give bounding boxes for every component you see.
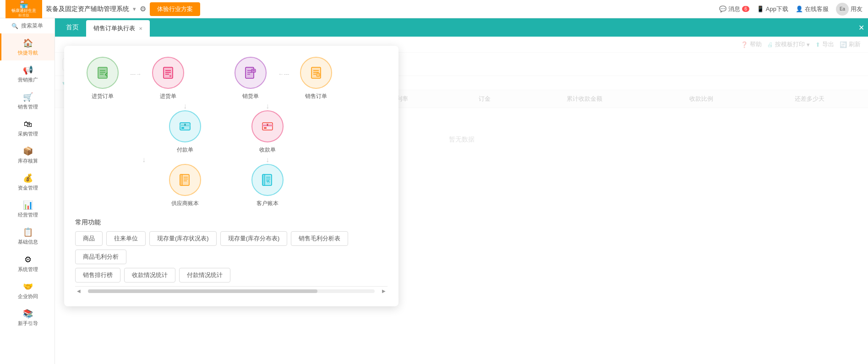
quick-nav-label: 快捷导航: [18, 50, 38, 56]
main-layout: 🔍 搜索菜单 🏠 快捷导航 📢 营销推广 🛒 销售管理 🛍: [0, 18, 868, 364]
function-buttons-row-2: 销售排行榜 收款情况统计 付款情况统计: [75, 268, 388, 283]
tab-close-icon[interactable]: ✕: [139, 26, 142, 31]
supplier-ledger-label: 供应商账本: [171, 200, 199, 207]
message-button[interactable]: 💬 消息 6: [719, 5, 749, 13]
flow-node-supplier-ledger[interactable]: 供应商账本: [158, 164, 213, 207]
search-menu[interactable]: 🔍 搜索菜单: [0, 18, 55, 33]
quick-nav-icon: 🏠: [23, 38, 33, 48]
download-icon: 📱: [757, 5, 764, 12]
svg-text:¥: ¥: [267, 123, 268, 126]
svg-rect-25: [264, 127, 267, 129]
common-functions-title: 常用功能: [75, 218, 388, 227]
flow-node-purchase-order[interactable]: 进货订单: [75, 57, 130, 100]
func-btn-sale-profit[interactable]: 销售毛利分析表: [291, 231, 348, 246]
settings-icon[interactable]: ⚙: [140, 5, 146, 13]
function-buttons-row-1: 商品 往来单位 现存量(库存状况表) 现存量(库存分布表) 销售毛利分析表 商品…: [75, 231, 388, 264]
func-btn-receipt-stat[interactable]: 收款情况统计: [124, 268, 175, 283]
down-arrow-sb-icon: ↓: [266, 102, 269, 110]
newbie-icon: 📚: [23, 309, 33, 319]
modal: 进货订单 - - - →: [64, 46, 399, 306]
sales-icon: 🛒: [23, 92, 33, 102]
tab-close-all[interactable]: ✕: [858, 23, 864, 32]
tab-label: 销售订单执行表: [93, 24, 135, 33]
search-menu-label: 搜索菜单: [21, 22, 43, 30]
down-arrow-rec-pos: ↓: [240, 156, 295, 164]
down-arrows-row: ↓ ↓: [75, 102, 388, 110]
sidebar-item-inventory[interactable]: 📦 库存核算: [0, 141, 55, 168]
flow-node-sale-bill[interactable]: 销货单: [223, 57, 278, 100]
system-icon: ⚙: [24, 255, 32, 265]
operations-icon: 📊: [23, 200, 33, 210]
scroll-right-arrow[interactable]: ▶: [380, 288, 388, 293]
enterprise-icon: 🤝: [23, 282, 33, 292]
tab-home[interactable]: 首页: [59, 18, 86, 37]
payment-circle: ¥: [169, 110, 201, 142]
svg-rect-28: [180, 174, 182, 185]
scroll-left-arrow[interactable]: ◀: [75, 288, 82, 293]
sidebar-item-enterprise[interactable]: 🤝 企业协同: [0, 277, 55, 304]
func-btn-payment-stat[interactable]: 付款情况统计: [179, 268, 230, 283]
sidebar-nav: 🏠 快捷导航 📢 营销推广 🛒 销售管理 🛍 采购管理 📦 库存核: [0, 33, 55, 364]
sidebar-item-marketing[interactable]: 📢 营销推广: [0, 60, 55, 87]
svg-rect-33: [262, 174, 265, 185]
message-badge: 6: [742, 6, 749, 12]
dashed-arrow-1: - - - →: [130, 71, 141, 77]
user-menu[interactable]: Ea 用友: [836, 3, 863, 16]
flow-row-2: ¥ 付款单: [75, 110, 388, 154]
app-download-button[interactable]: 📱 App下载: [757, 5, 788, 13]
sidebar-item-newbie[interactable]: 📚 新手引导: [0, 304, 55, 331]
arrow-2: ← - - -: [278, 71, 289, 87]
top-bar: 🏪 畅康通好生意 标准版 装备及固定资产辅助管理系统 ▾ ⚙ 体验行业方案 💬 …: [0, 0, 868, 18]
sidebar-item-finance[interactable]: 💰 资金管理: [0, 168, 55, 196]
dropdown-icon[interactable]: ▾: [133, 5, 136, 12]
dashed-arrow-2: ← - - -: [278, 71, 289, 77]
sidebar-item-basic[interactable]: 📋 基础信息: [0, 223, 55, 250]
logo-sub: 标准版: [18, 13, 29, 18]
func-btn-goods-profit[interactable]: 商品毛利分析: [75, 250, 126, 264]
sidebar-item-sales[interactable]: 🛒 销售管理: [0, 87, 55, 114]
online-service-button[interactable]: 👤 在线客服: [796, 5, 829, 13]
flow-node-payment[interactable]: ¥ 付款单: [158, 110, 213, 154]
flow-row-3: 供应商账本: [75, 164, 388, 207]
func-btn-stock-status[interactable]: 现存量(库存状况表): [149, 231, 217, 246]
down-arrow-pay-pos: ↓: [75, 156, 213, 164]
inventory-icon: 📦: [23, 146, 33, 156]
sidebar-item-quick-nav[interactable]: 🏠 快捷导航: [0, 33, 55, 60]
customer-ledger-circle: [251, 164, 284, 196]
purchase-label: 采购管理: [18, 131, 38, 137]
try-button[interactable]: 体验行业方案: [150, 2, 200, 16]
flow-node-purchase-bill[interactable]: 进货单: [141, 57, 196, 100]
scroll-track[interactable]: [88, 289, 375, 293]
purchase-bill-circle: [152, 57, 184, 89]
avatar-text: Ea: [840, 6, 845, 11]
content-area: 首页 销售订单执行表 ✕ ✕ ❓ 帮助: [55, 18, 868, 364]
scroll-bar: ◀ ▶: [75, 286, 388, 295]
flow-node-customer-ledger[interactable]: 客户账本: [240, 164, 295, 207]
receipt-label: 收款单: [259, 146, 276, 154]
sale-bill-label: 销货单: [242, 92, 259, 100]
purchase-order-circle: [87, 57, 119, 89]
flow-node-receipt[interactable]: ¥ 收款单: [240, 110, 295, 154]
func-btn-goods[interactable]: 商品: [75, 231, 103, 246]
sidebar-item-system[interactable]: ⚙ 系统管理: [0, 250, 55, 277]
sales-label: 销售管理: [18, 104, 38, 110]
func-btn-stock-dist[interactable]: 现存量(库存分布表): [220, 231, 288, 246]
func-btn-partner[interactable]: 往来单位: [106, 231, 146, 246]
tab-sales-order[interactable]: 销售订单执行表 ✕: [86, 20, 150, 37]
svg-text:¥: ¥: [184, 123, 186, 126]
app-title: 装备及固定资产辅助管理系统: [46, 5, 129, 13]
svg-rect-0: [98, 67, 107, 78]
svg-rect-18: [317, 73, 320, 76]
down-arrow-pay-icon: ↓: [142, 156, 146, 164]
down-arrow-sb: ↓: [240, 102, 295, 110]
func-btn-sale-rank[interactable]: 销售排行榜: [75, 268, 120, 283]
sidebar: 🔍 搜索菜单 🏠 快捷导航 📢 营销推广 🛒 销售管理 🛍: [0, 18, 55, 364]
top-left: 🏪 畅康通好生意 标准版 装备及固定资产辅助管理系统 ▾ ⚙ 体验行业方案: [5, 0, 200, 18]
purchase-order-label: 进货订单: [92, 92, 114, 100]
system-label: 系统管理: [18, 266, 38, 272]
svg-rect-21: [181, 127, 184, 129]
sidebar-item-operations[interactable]: 📊 经营管理: [0, 196, 55, 223]
sidebar-item-purchase[interactable]: 🛍 采购管理: [0, 115, 55, 141]
flow-node-sale-order[interactable]: 销售订单: [289, 57, 344, 100]
modal-overlay[interactable]: 进货订单 - - - →: [55, 37, 868, 364]
